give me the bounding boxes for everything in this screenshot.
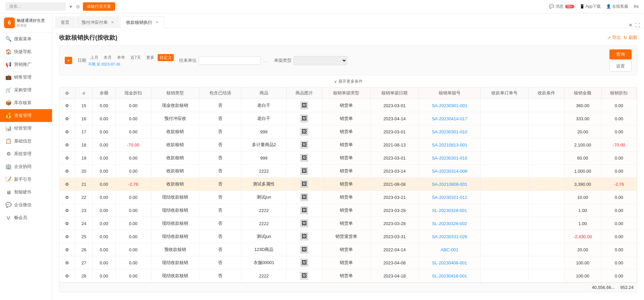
row-gear[interactable]: ⚙	[59, 138, 75, 152]
tab-close-prepay[interactable]: ✕	[111, 20, 114, 25]
refresh-button[interactable]: ↻ 刷新	[624, 35, 637, 41]
row-gear[interactable]: ⚙	[59, 152, 75, 165]
expand-tab-icon[interactable]: ⛶	[635, 23, 640, 28]
row-writeoff-bill-type: 销货单	[322, 138, 371, 152]
writeoff-bill-link[interactable]: SA-20230314-008	[432, 169, 467, 174]
writeoff-bill-link[interactable]: SL-20230328-001	[432, 208, 467, 213]
row-writeoff-bill-no[interactable]: SA-20230321-012	[419, 191, 480, 204]
writeoff-bill-link[interactable]: SA-20230321-012	[432, 195, 467, 200]
row-writeoff-bill-no[interactable]: SA-20230331-026	[419, 230, 480, 243]
writeoff-bill-link[interactable]: ABC-001	[441, 247, 459, 252]
row-writeoff-type: 现金收款核销	[151, 99, 199, 112]
row-writeoff-bill-no[interactable]: ABC-001	[419, 243, 480, 256]
sidebar-item-hardware[interactable]: 🖥智能硬件	[0, 186, 52, 199]
sidebar-item-system[interactable]: ⚙系统管理	[0, 147, 52, 160]
row-gear[interactable]: ⚙	[59, 191, 75, 204]
tab-close-collection[interactable]: ✕	[156, 20, 159, 25]
row-writeoff-bill-no[interactable]: SA-20230301-010	[419, 152, 480, 165]
row-writeoff-bill-no[interactable]: SL-20230418-001	[419, 269, 480, 283]
row-writeoff-bill-no[interactable]: SL-20230408-001	[419, 256, 480, 269]
sidebar-item-operation[interactable]: 📊经营管理	[0, 122, 52, 135]
row-gear[interactable]: ⚙	[59, 99, 75, 112]
writeoff-bill-link[interactable]: SL-20230328-002	[432, 221, 467, 226]
row-gear[interactable]: ⚙	[59, 243, 75, 256]
writeoff-bill-link[interactable]: SA-20210813-001	[432, 142, 467, 147]
writeoff-bill-link[interactable]: SL-20230408-001	[432, 260, 467, 265]
tab-prepay[interactable]: 预付冲应付单✕	[76, 16, 120, 28]
row-writeoff-bill-no[interactable]: SA-20230301-010	[419, 125, 480, 138]
row-writeoff-bill-no[interactable]: SL-20230328-002	[419, 217, 480, 230]
writeoff-bill-link[interactable]: SA-20230414-017	[432, 116, 467, 121]
row-writeoff-date: 2021-08-08	[370, 178, 419, 191]
row-gear[interactable]: ⚙	[59, 178, 75, 191]
row-writeoff-amount: 100.00	[564, 256, 601, 269]
row-writeoff-bill-no[interactable]: SA-20230301-001	[419, 99, 480, 112]
tab-home[interactable]: 首页	[55, 16, 75, 28]
from-unit-input[interactable]	[199, 56, 261, 65]
writeoff-bill-link[interactable]: SA-20210808-001	[432, 182, 467, 187]
this-month-tag[interactable]: 本月	[102, 54, 114, 61]
row-gear[interactable]: ⚙	[59, 269, 75, 283]
last-7days-tag[interactable]: 近7天	[128, 54, 143, 61]
sidebar-item-inventory[interactable]: 📦库存核算	[0, 96, 52, 109]
sidebar-item-sales[interactable]: 💼销售管理	[0, 71, 52, 84]
row-gear[interactable]: ⚙	[59, 256, 75, 269]
row-writeoff-bill-no[interactable]: SL-20230328-001	[419, 204, 480, 217]
row-balance: 0.00	[93, 165, 115, 178]
filter-toggle-button[interactable]: »	[65, 57, 72, 64]
writeoff-bill-link[interactable]: SA-20230301-010	[432, 129, 467, 134]
settings-icon[interactable]: ⚙	[76, 4, 80, 9]
row-writeoff-bill-no[interactable]: SA-20210813-001	[419, 138, 480, 152]
row-writeoff-bill-no[interactable]: SA-20210808-001	[419, 178, 480, 191]
row-balance: 0.00	[93, 230, 115, 243]
row-gear[interactable]: ⚙	[59, 125, 75, 138]
service-icon: 👤	[606, 4, 611, 9]
export-button[interactable]: ↗ 导出	[607, 35, 621, 41]
online-service-link[interactable]: 👤 在线客服	[606, 4, 628, 9]
last-month-tag[interactable]: 上月	[88, 54, 100, 61]
query-button[interactable]: 查询	[609, 49, 632, 59]
more-tag[interactable]: 更多	[144, 54, 156, 61]
this-year-tag[interactable]: 本年	[115, 54, 127, 61]
row-writeoff-bill-no[interactable]: SA-20230314-008	[419, 165, 480, 178]
app-download-link[interactable]: 📱 App下载	[580, 4, 601, 9]
filter-setting-button[interactable]: 设置	[609, 61, 632, 72]
row-balance: 0.00	[93, 269, 115, 283]
sidebar-item-member[interactable]: V畅会员	[0, 211, 52, 224]
chevron-down-icon[interactable]: ▼	[68, 4, 73, 9]
writeoff-bill-link[interactable]: SA-20230301-010	[432, 156, 467, 161]
sidebar-item-corp[interactable]: 🏢企业协同	[0, 160, 52, 173]
sidebar-item-finance[interactable]: 💰资金管理	[0, 109, 52, 122]
expand-filter-button[interactable]: ∨ 展开更多条件	[334, 79, 363, 84]
sidebar-item-wechat[interactable]: 💬企业微信	[0, 199, 52, 211]
sidebar-item-basic[interactable]: 📋基础信息	[0, 135, 52, 147]
sidebar-item-search[interactable]: 🔍搜索菜单	[0, 33, 52, 45]
messages-link[interactable]: 💬 消息 99+	[549, 4, 574, 9]
row-gear[interactable]: ⚙	[59, 204, 75, 217]
writeoff-bill-link[interactable]: SA-20230331-026	[432, 234, 467, 239]
row-writeoff-date: 2023-03-21	[370, 191, 419, 204]
sidebar-item-purchase[interactable]: 🛒采购管理	[0, 84, 52, 96]
row-gear[interactable]: ⚙	[59, 112, 75, 125]
sidebar-item-marketing[interactable]: 📢营销推广	[0, 58, 52, 71]
sidebar-item-guide[interactable]: 📝新手引导	[0, 173, 52, 186]
receipt-type-select[interactable]	[293, 56, 347, 65]
row-gear[interactable]: ⚙	[59, 165, 75, 178]
writeoff-bill-link[interactable]: SA-20230301-001	[432, 103, 467, 108]
solution-button[interactable]: 体验行业方案	[83, 2, 115, 11]
table-row: ⚙180.00-70.00收款核销否多计量商品2🖼销货单2021-08-13SA…	[59, 138, 637, 152]
row-writeoff-discount: 0.00	[601, 125, 637, 138]
row-writeoff-bill-no[interactable]: SA-20230414-017	[419, 112, 480, 125]
row-writeoff-bill-type: 销货退货单	[322, 230, 371, 243]
row-gear[interactable]: ⚙	[59, 230, 75, 243]
sidebar-item-nav[interactable]: 🏠快捷导航	[0, 45, 52, 58]
close-tab-icon[interactable]: ✕	[629, 23, 633, 28]
row-cash-discount: 0.00	[115, 191, 151, 204]
sidebar-icon-marketing: 📢	[5, 61, 11, 68]
date-filter-tags: 上月 本月 本年 近7天 更多 自定义	[88, 54, 174, 61]
row-gear[interactable]: ⚙	[59, 217, 75, 230]
top-bar-search[interactable]: 搜索...	[5, 2, 66, 11]
custom-tag[interactable]: 自定义	[158, 54, 174, 61]
writeoff-bill-link[interactable]: SL-20230418-001	[432, 273, 467, 278]
tab-collection[interactable]: 收款核销执行✕	[120, 16, 164, 28]
